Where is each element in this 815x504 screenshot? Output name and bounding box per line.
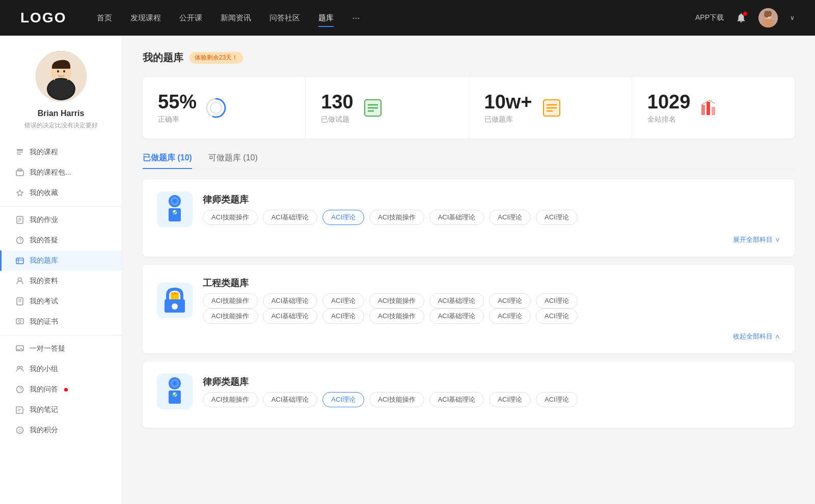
stat-done-banks-label: 已做题库	[484, 115, 532, 124]
bank-tag[interactable]: ACI技能操作	[203, 309, 258, 324]
sidebar-item-qa-label: 我的答疑	[30, 236, 58, 245]
sidebar-item-qa2[interactable]: ? 我的问答	[0, 379, 122, 400]
bank-tag[interactable]: ACI理论	[489, 309, 531, 324]
nav-discover[interactable]: 发现课程	[130, 11, 161, 25]
bank-tag[interactable]: ACI理论	[536, 392, 578, 407]
sidebar-item-course-pkg[interactable]: 我的课程包...	[0, 162, 122, 183]
bank-tag[interactable]: ACI技能操作	[369, 210, 424, 225]
sidebar-item-points[interactable]: © 我的积分	[0, 420, 122, 440]
bank-tag[interactable]: ACI基础理论	[263, 309, 318, 324]
bank-tag[interactable]: ACI理论	[489, 293, 531, 309]
sidebar-item-tutor[interactable]: 一对一答疑	[0, 339, 122, 359]
trial-badge: 体验剩余23天！	[189, 52, 243, 64]
bank-tag[interactable]: ACI理论	[536, 293, 578, 309]
nav-menu: 首页 发现课程 公开课 新闻资讯 问答社区 题库 ···	[97, 11, 695, 25]
sidebar-item-exam[interactable]: 我的考试	[0, 291, 122, 312]
user-menu-chevron[interactable]: ∨	[790, 14, 795, 21]
app-download-link[interactable]: APP下载	[695, 13, 724, 22]
nav-bank[interactable]: 题库	[318, 11, 334, 25]
svg-rect-11	[17, 149, 23, 151]
bank-tag[interactable]: ACI技能操作	[369, 392, 424, 407]
bank-tag[interactable]: ACI基础理论	[429, 210, 484, 225]
nav-more[interactable]: ···	[352, 13, 360, 23]
sidebar-item-group[interactable]: 我的小组	[0, 359, 122, 379]
notification-bell[interactable]	[734, 11, 748, 25]
sidebar-item-qa[interactable]: ? 我的答疑	[0, 230, 122, 250]
sidebar-item-course[interactable]: 我的课程	[0, 142, 122, 162]
bank-tag[interactable]: ACI理论	[536, 210, 578, 225]
stat-done-questions-label: 已做试题	[321, 115, 353, 124]
bank-tag[interactable]: ACI基础理论	[429, 392, 484, 407]
stat-done-banks-text: 10w+ 已做题库	[484, 91, 532, 124]
bank-tag[interactable]: ACI技能操作	[369, 293, 424, 309]
svg-point-30	[19, 320, 21, 323]
sidebar-item-homework[interactable]: 我的作业	[0, 210, 122, 230]
nav-home[interactable]: 首页	[97, 11, 112, 25]
bank-tag[interactable]: ACI基础理论	[263, 392, 318, 407]
profile-icon	[15, 276, 24, 286]
stat-ranking: 1029 全站排名	[632, 77, 795, 138]
navbar-right: APP下载 ∨	[695, 8, 795, 27]
sidebar-item-cert[interactable]: 我的证书	[0, 312, 122, 332]
nav-qa[interactable]: 问答社区	[269, 11, 300, 25]
sidebar-item-bank[interactable]: 我的题库	[0, 250, 122, 271]
stat-ranking-value: 1029	[647, 91, 691, 113]
bank-title-lawyer2: 律师类题库 ACI技能操作 ACI基础理论 ACI理论 ACI技能操作 ACI基…	[203, 376, 578, 407]
bank-tag[interactable]: ACI理论	[536, 309, 578, 324]
bank-tag[interactable]: ACI基础理论	[263, 293, 318, 309]
nav-news[interactable]: 新闻资讯	[221, 11, 251, 25]
cert-icon	[15, 317, 24, 326]
bank-tag[interactable]: ACI理论	[489, 210, 531, 225]
group-icon	[15, 365, 24, 374]
bank-tag[interactable]: ACI基础理论	[263, 210, 318, 225]
bank-collapse-engineer1[interactable]: 收起全部科目 ∧	[157, 332, 780, 341]
sidebar-item-collect[interactable]: 我的收藏	[0, 183, 122, 203]
sidebar-item-profile[interactable]: 我的资料	[0, 271, 122, 291]
svg-rect-29	[16, 319, 23, 324]
nav-open[interactable]: 公开课	[179, 11, 202, 25]
sidebar-motto: 错误的决定比没有决定要好	[14, 121, 108, 130]
bank-tag[interactable]: ACI理论	[322, 293, 364, 309]
bank-section-engineer1: 工程类题库 ACI技能操作 ACI基础理论 ACI理论 ACI技能操作 ACI基…	[143, 265, 795, 353]
stat-done-questions: 130 已做试题	[306, 77, 469, 138]
svg-text:©: ©	[19, 428, 22, 433]
homework-icon	[15, 215, 24, 225]
bank-tags-lawyer1: ACI技能操作 ACI基础理论 ACI理论 ACI技能操作 ACI基础理论 AC…	[203, 210, 578, 225]
qa2-notification-dot	[64, 388, 68, 391]
svg-rect-54	[707, 102, 710, 115]
sidebar-item-group-label: 我的小组	[30, 365, 58, 374]
bank-tag[interactable]: ACI技能操作	[203, 392, 258, 407]
done-questions-icon	[362, 97, 384, 119]
navbar: LOGO 首页 发现课程 公开课 新闻资讯 问答社区 题库 ··· APP下载 …	[0, 0, 815, 36]
bank-tag[interactable]: ACI技能操作	[203, 210, 258, 225]
svg-point-62	[172, 303, 178, 310]
sidebar: Brian Harris 错误的决定比没有决定要好 我的课程 我的课程包... …	[0, 36, 122, 504]
course-icon	[15, 148, 24, 157]
svg-rect-22	[16, 258, 23, 264]
svg-point-59	[172, 199, 177, 204]
bank-tag-active[interactable]: ACI理论	[322, 392, 364, 407]
svg-rect-53	[701, 105, 705, 115]
bank-header-lawyer1: 律师类题库 ACI技能操作 ACI基础理论 ACI理论 ACI技能操作 ACI基…	[157, 191, 780, 227]
sidebar-avatar	[36, 51, 87, 102]
tab-done-banks[interactable]: 已做题库 (10)	[143, 153, 192, 169]
stat-done-banks-value: 10w+	[484, 91, 532, 113]
bank-tag[interactable]: ACI理论	[322, 309, 364, 324]
accuracy-icon	[205, 97, 227, 119]
sidebar-item-cert-label: 我的证书	[30, 317, 58, 326]
sidebar-item-notes[interactable]: 我的笔记	[0, 400, 122, 420]
sidebar-item-exam-label: 我的考试	[30, 297, 58, 306]
bank-expand-lawyer1[interactable]: 展开全部科目 ∨	[157, 235, 780, 244]
stats-row: 55% 正确率 130 已做试题	[143, 77, 795, 138]
bank-tag-active[interactable]: ACI理论	[322, 210, 364, 225]
sidebar-item-homework-label: 我的作业	[30, 215, 58, 225]
svg-rect-15	[18, 169, 22, 171]
tab-available-banks[interactable]: 可做题库 (10)	[208, 153, 258, 169]
bank-tag[interactable]: ACI技能操作	[203, 293, 258, 309]
bank-tag[interactable]: ACI基础理论	[429, 309, 484, 324]
svg-point-10	[48, 79, 74, 99]
bank-tag[interactable]: ACI理论	[489, 392, 531, 407]
bank-tag[interactable]: ACI基础理论	[429, 293, 484, 309]
user-avatar[interactable]	[758, 8, 778, 27]
bank-tag[interactable]: ACI技能操作	[369, 309, 424, 324]
